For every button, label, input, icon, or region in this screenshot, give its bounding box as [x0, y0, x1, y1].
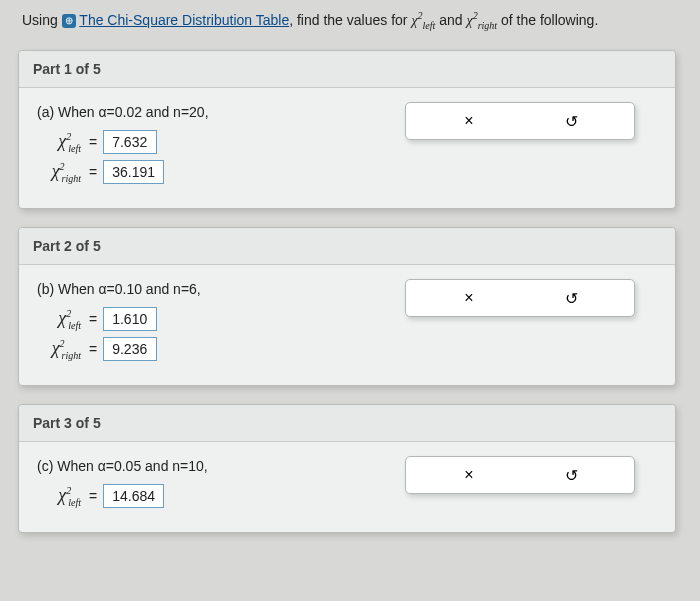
intro-prefix: Using: [22, 12, 62, 28]
intro-mid: , find the values for: [289, 12, 411, 28]
equals-sign: =: [89, 488, 97, 504]
intro-and: and: [435, 12, 466, 28]
chi-right-symbol: χ2right: [37, 161, 81, 184]
part-2-body: × ↺ (b) When α=0.10 and n=6, χ2left = 1.…: [19, 265, 675, 385]
p2-right-row: χ2right = 9.236: [37, 337, 661, 361]
part-2-header: Part 2 of 5: [19, 228, 675, 265]
reset-button[interactable]: ↺: [551, 289, 591, 308]
info-icon: ⊕: [62, 14, 76, 28]
wrong-button[interactable]: ×: [449, 112, 489, 130]
action-bar-2: × ↺: [405, 279, 635, 317]
wrong-button[interactable]: ×: [449, 466, 489, 484]
p2-left-value[interactable]: 1.610: [103, 307, 157, 331]
p1-right-row: χ2right = 36.191: [37, 160, 661, 184]
wrong-button[interactable]: ×: [449, 289, 489, 307]
action-bar-3: × ↺: [405, 456, 635, 494]
part-3-body: × ↺ (c) When α=0.05 and n=10, χ2left = 1…: [19, 442, 675, 532]
part-2-card: Part 2 of 5 × ↺ (b) When α=0.10 and n=6,…: [18, 227, 676, 386]
equals-sign: =: [89, 341, 97, 357]
p2-right-value[interactable]: 9.236: [103, 337, 157, 361]
part-1-body: × ↺ (a) When α=0.02 and n=20, χ2left = 7…: [19, 88, 675, 208]
intro-suffix: of the following.: [497, 12, 598, 28]
chi-right-inline: χ2right: [466, 13, 497, 28]
chi-left-symbol: χ2left: [37, 131, 81, 154]
p1-right-value[interactable]: 36.191: [103, 160, 164, 184]
instruction-line: Using ⊕ The Chi-Square Distribution Tabl…: [18, 6, 676, 40]
equals-sign: =: [89, 134, 97, 150]
chi-left-symbol: χ2left: [37, 485, 81, 508]
reset-button[interactable]: ↺: [551, 112, 591, 131]
reset-button[interactable]: ↺: [551, 466, 591, 485]
part-1-header: Part 1 of 5: [19, 51, 675, 88]
part-3-header: Part 3 of 5: [19, 405, 675, 442]
equals-sign: =: [89, 311, 97, 327]
equals-sign: =: [89, 164, 97, 180]
p1-left-value[interactable]: 7.632: [103, 130, 157, 154]
part-1-card: Part 1 of 5 × ↺ (a) When α=0.02 and n=20…: [18, 50, 676, 209]
action-bar-1: × ↺: [405, 102, 635, 140]
p3-left-value[interactable]: 14.684: [103, 484, 164, 508]
chi-right-symbol: χ2right: [37, 338, 81, 361]
part-3-card: Part 3 of 5 × ↺ (c) When α=0.05 and n=10…: [18, 404, 676, 533]
chi-table-link[interactable]: The Chi-Square Distribution Table: [79, 12, 289, 28]
chi-left-symbol: χ2left: [37, 308, 81, 331]
chi-left-inline: χ2left: [411, 13, 435, 28]
